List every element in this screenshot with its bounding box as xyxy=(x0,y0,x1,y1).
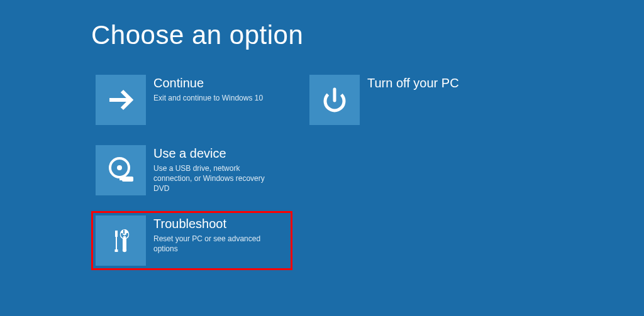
troubleshoot-text: Troubleshoot Reset your PC or see advanc… xyxy=(146,215,278,254)
svg-rect-8 xyxy=(115,249,118,252)
page-title: Choose an option xyxy=(91,20,644,50)
use-device-desc: Use a USB drive, network connection, or … xyxy=(153,163,278,194)
continue-text: Continue Exit and continue to Windows 10 xyxy=(146,75,263,103)
troubleshoot-desc: Reset your PC or see advanced options xyxy=(153,234,278,254)
power-off-tile[interactable]: Turn off your PC xyxy=(305,70,506,129)
svg-rect-9 xyxy=(123,236,126,249)
tools-icon xyxy=(96,215,146,266)
svg-point-10 xyxy=(123,248,126,252)
disc-device-icon xyxy=(96,145,146,195)
power-off-title: Turn off your PC xyxy=(367,76,459,90)
recovery-options-screen: Choose an option Continue Exit and conti… xyxy=(0,0,644,270)
power-off-text: Turn off your PC xyxy=(360,75,459,93)
use-device-tile[interactable]: Use a device Use a USB drive, network co… xyxy=(91,141,292,200)
arrow-right-icon xyxy=(96,75,146,125)
troubleshoot-title: Troubleshoot xyxy=(153,217,278,231)
options-grid: Continue Exit and continue to Windows 10… xyxy=(91,70,644,270)
use-device-text: Use a device Use a USB drive, network co… xyxy=(146,145,278,194)
power-icon xyxy=(309,75,360,125)
troubleshoot-tile[interactable]: Troubleshoot Reset your PC or see advanc… xyxy=(91,211,292,270)
svg-rect-5 xyxy=(119,178,123,180)
use-device-title: Use a device xyxy=(153,146,278,161)
continue-tile[interactable]: Continue Exit and continue to Windows 10 xyxy=(91,70,292,129)
svg-rect-6 xyxy=(115,231,118,237)
svg-point-3 xyxy=(117,165,122,170)
svg-rect-7 xyxy=(116,237,117,249)
continue-desc: Exit and continue to Windows 10 xyxy=(153,93,263,103)
svg-rect-4 xyxy=(122,177,133,182)
continue-title: Continue xyxy=(153,76,263,90)
